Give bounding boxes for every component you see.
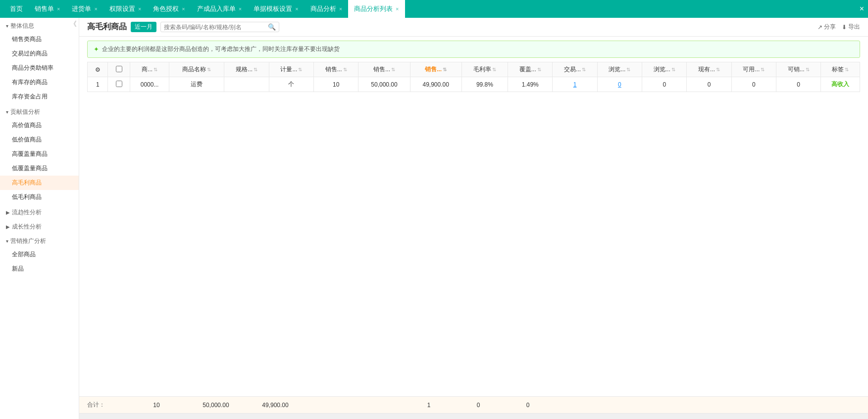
sidebar-item-category-rate[interactable]: 商品分类助销率: [0, 61, 79, 75]
search-input[interactable]: [164, 24, 266, 31]
close-icon[interactable]: ×: [396, 6, 399, 12]
col-name[interactable]: 商品名称⇅: [169, 62, 224, 77]
col-browse1[interactable]: 浏览...⇅: [597, 62, 642, 77]
row-unit: 个: [269, 77, 313, 92]
sidebar-item-new-goods[interactable]: 新品: [0, 262, 79, 276]
sidebar-item-stock-goods[interactable]: 有库存的商品: [0, 75, 79, 90]
col-tag[interactable]: 标签⇅: [821, 62, 860, 77]
footer-transactions: 1: [404, 402, 454, 409]
footer-available: 0: [503, 402, 553, 409]
nav-home[interactable]: 首页: [4, 0, 29, 18]
close-icon[interactable]: ×: [339, 6, 342, 12]
sidebar: 《 ▾ 整体信息 销售类商品 交易过的商品 商品分类助销率 有库存的商品 库存资…: [0, 18, 79, 419]
row-select-checkbox[interactable]: [116, 81, 122, 87]
sidebar-item-low-value[interactable]: 低价值商品: [0, 133, 79, 147]
nav-purchase-order[interactable]: 进货单 ×: [66, 0, 103, 18]
row-sales3: 49,900.00: [410, 77, 461, 92]
row-gross-rate: 99.8%: [461, 77, 508, 92]
period-button[interactable]: 近一月: [131, 22, 156, 32]
nav-sales-order[interactable]: 销售单 ×: [29, 0, 66, 18]
sidebar-item-high-coverage[interactable]: 高覆盖量商品: [0, 147, 79, 161]
search-box[interactable]: 🔍: [160, 22, 279, 32]
sidebar-item-low-margin[interactable]: 低毛利商品: [0, 190, 79, 204]
close-icon[interactable]: ×: [138, 6, 141, 12]
sidebar-collapse-button[interactable]: 《: [70, 20, 77, 29]
footer-empty1: [305, 402, 404, 409]
row-index: 1: [88, 77, 108, 92]
row-browse1[interactable]: 0: [597, 77, 642, 92]
search-icon: 🔍: [268, 23, 276, 31]
row-sales2: 50,000.00: [358, 77, 410, 92]
sidebar-item-sales-goods[interactable]: 销售类商品: [0, 32, 79, 47]
footer-col7: 50,000.00: [186, 402, 246, 409]
row-tag: 高收入: [821, 77, 860, 92]
nav-product-inbound[interactable]: 产成品入库单 ×: [191, 0, 248, 18]
close-icon[interactable]: ×: [94, 6, 97, 12]
header-actions: ↗ 分享 ⬇ 导出: [817, 23, 860, 31]
info-icon: ✦: [94, 46, 99, 53]
col-spec[interactable]: 规格...⇅: [224, 62, 269, 77]
sidebar-item-high-value[interactable]: 高价值商品: [0, 118, 79, 133]
footer-browse2: 0: [454, 402, 503, 409]
sidebar-item-high-margin[interactable]: 高毛利商品: [0, 176, 79, 190]
sidebar-group-trend[interactable]: ▶ 流趋性分析: [0, 204, 79, 219]
col-sales3[interactable]: 销售...⇅: [410, 62, 461, 77]
footer-col8: 49,900.00: [246, 402, 305, 409]
sidebar-group-growth[interactable]: ▶ 成长性分析: [0, 219, 79, 233]
close-icon[interactable]: ×: [295, 6, 298, 12]
horizontal-scrollbar[interactable]: [79, 413, 868, 419]
nav-product-analysis[interactable]: 商品分析 ×: [305, 0, 348, 18]
row-saleable-stock: 0: [776, 77, 821, 92]
col-checkbox[interactable]: [108, 62, 130, 77]
footer-label: 合计：: [87, 401, 127, 409]
data-table: ⚙ 商...⇅ 商品名称⇅ 规格...⇅: [87, 62, 860, 92]
col-sales2[interactable]: 销售...⇅: [358, 62, 410, 77]
col-saleable-stock[interactable]: 可销...⇅: [776, 62, 821, 77]
content-area: 高毛利商品 近一月 🔍 ↗ 分享 ⬇ 导出 ✦ 企业的主要的利润都是这部分商品创…: [79, 18, 868, 419]
table-footer: 合计： 10 50,000.00 49,900.00 1 0 0: [79, 396, 868, 413]
content-header: 高毛利商品 近一月 🔍 ↗ 分享 ⬇ 导出: [79, 18, 868, 37]
sidebar-item-traded-goods[interactable]: 交易过的商品: [0, 47, 79, 61]
close-all-button[interactable]: ×: [860, 4, 864, 13]
row-transactions[interactable]: 1: [553, 77, 597, 92]
col-coverage[interactable]: 覆盖...⇅: [508, 62, 553, 77]
close-icon[interactable]: ×: [182, 6, 185, 12]
col-current-stock[interactable]: 现有...⇅: [687, 62, 731, 77]
sidebar-item-stock-capital[interactable]: 库存资金占用: [0, 90, 79, 104]
col-browse2[interactable]: 浏览...⇅: [642, 62, 687, 77]
col-settings[interactable]: ⚙: [88, 62, 108, 77]
col-gross-rate[interactable]: 毛利率⇅: [461, 62, 508, 77]
select-all-checkbox[interactable]: [116, 66, 122, 72]
col-transactions[interactable]: 交易...⇅: [553, 62, 597, 77]
export-button[interactable]: ⬇ 导出: [842, 23, 860, 31]
sidebar-item-low-coverage[interactable]: 低覆盖量商品: [0, 161, 79, 176]
footer-cells: 10 50,000.00 49,900.00 1 0 0: [127, 402, 860, 409]
row-checkbox[interactable]: [108, 77, 130, 92]
main-layout: 《 ▾ 整体信息 销售类商品 交易过的商品 商品分类助销率 有库存的商品 库存资…: [0, 18, 868, 419]
chevron-right-icon: ▶: [6, 224, 10, 230]
close-icon[interactable]: ×: [239, 6, 242, 12]
sidebar-group-marketing[interactable]: ▾ 营销推广分析: [0, 233, 79, 247]
col-available-stock[interactable]: 可用...⇅: [731, 62, 776, 77]
nav-template-settings[interactable]: 单据模板设置 ×: [248, 0, 304, 18]
col-code[interactable]: 商...⇅: [130, 62, 169, 77]
close-icon[interactable]: ×: [57, 6, 60, 12]
export-icon: ⬇: [842, 24, 847, 31]
row-code: 0000...: [130, 77, 169, 92]
sidebar-group-contribution[interactable]: ▾ 贡献值分析: [0, 104, 79, 118]
nav-product-analysis-list[interactable]: 商品分析列表 ×: [348, 0, 405, 18]
col-unit[interactable]: 计量...⇅: [269, 62, 313, 77]
top-navigation: 首页 销售单 × 进货单 × 权限设置 × 角色授权 × 产成品入库单 × 单据…: [0, 0, 868, 18]
chevron-down-icon: ▾: [6, 23, 8, 29]
share-button[interactable]: ↗ 分享: [817, 23, 836, 31]
page-title: 高毛利商品: [87, 22, 127, 32]
nav-role-auth[interactable]: 角色授权 ×: [147, 0, 191, 18]
chevron-down-icon: ▾: [6, 109, 8, 115]
row-available-stock: 0: [731, 77, 776, 92]
nav-permission-settings[interactable]: 权限设置 ×: [103, 0, 147, 18]
row-name: 运费: [169, 77, 224, 92]
share-icon: ↗: [817, 24, 822, 31]
col-sales1[interactable]: 销售...⇅: [314, 62, 358, 77]
sidebar-group-overall[interactable]: ▾ 整体信息: [0, 18, 79, 32]
sidebar-item-all-goods[interactable]: 全部商品: [0, 247, 79, 262]
